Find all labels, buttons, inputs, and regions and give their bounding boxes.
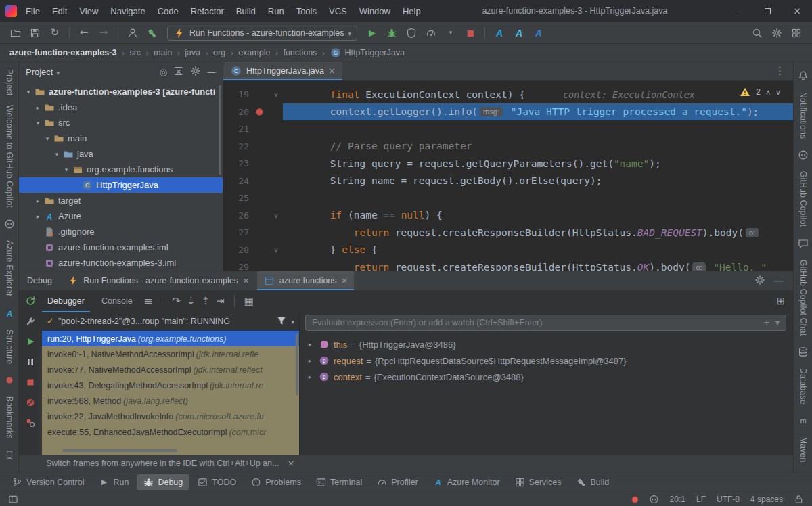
view-breakpoints-icon[interactable]	[25, 417, 36, 430]
code-text[interactable]: // Parse query parameter	[283, 138, 793, 156]
fold-marker-icon[interactable]: ∨	[269, 212, 283, 219]
menu-help[interactable]: Help	[397, 0, 427, 22]
prev-warning-icon[interactable]: ∧	[765, 87, 771, 97]
thread-selector[interactable]: ✓ "pool-2-thread-2"@3...roup "main": RUN…	[42, 312, 299, 331]
settings-gear-icon[interactable]	[768, 25, 786, 41]
tool-stripe-github-copilot-chat[interactable]: GitHub Copilot Chat	[798, 260, 808, 336]
code-text[interactable]: String name = request.getBody().orElse(q…	[283, 172, 793, 190]
tool-stripe-database[interactable]: Database	[798, 368, 808, 405]
tree-arrow-icon[interactable]: ▾	[42, 135, 53, 142]
tool-stripe-notifications[interactable]: Notifications	[798, 92, 808, 139]
run-to-cursor-icon[interactable]: ⇥	[216, 296, 225, 306]
project-title[interactable]: Project	[26, 67, 53, 77]
tree-item-azure-function-examples-iml[interactable]: azure-function-examples.iml	[19, 239, 223, 255]
breadcrumb-item-main[interactable]: main	[154, 48, 172, 58]
copilot-icon[interactable]	[3, 217, 16, 231]
code-text[interactable]: return request.createResponseBuilder(Htt…	[283, 224, 793, 242]
frame-row[interactable]: invoke:43, DelegatingMethodAccessorImpl …	[42, 377, 299, 393]
tree-arrow-icon[interactable]: ▾	[23, 89, 34, 95]
fold-marker-icon[interactable]: ∨	[269, 246, 283, 254]
menu-code[interactable]: Code	[152, 0, 185, 22]
maven-icon[interactable]: m	[796, 414, 810, 428]
frame-row[interactable]: invoke0:-1, NativeMethodAccessorImpl (jd…	[42, 346, 299, 362]
tool-stripe-structure[interactable]: Structure	[5, 329, 14, 364]
project-settings-icon[interactable]	[190, 66, 201, 78]
tree-item-src[interactable]: ▾src	[19, 115, 223, 131]
menu-refactor[interactable]: Refactor	[185, 0, 230, 22]
tool-stripe-project[interactable]: Project	[5, 69, 14, 95]
stop-button[interactable]: ■	[461, 25, 479, 41]
debug-session-tab-azure-functions[interactable]: azure functions ×	[257, 271, 355, 290]
tree-arrow-icon[interactable]: ▾	[61, 166, 72, 173]
save-all-icon[interactable]	[26, 25, 44, 41]
threads-view-icon[interactable]: ▦	[244, 296, 254, 306]
resume-icon[interactable]	[25, 336, 36, 349]
tree-item-java[interactable]: ▾java	[19, 146, 223, 162]
menu-window[interactable]: Window	[353, 0, 397, 22]
frame-row[interactable]: execute:55, EnhancedJavaMethodExecutorIm…	[42, 424, 299, 440]
toolwindow-build[interactable]: Build	[570, 474, 616, 490]
toolwindow-services[interactable]: Services	[508, 474, 568, 490]
menu-build[interactable]: Build	[230, 0, 262, 22]
code-editor[interactable]: 19∨ final ExecutionContext context) {con…	[223, 81, 793, 271]
tree-item-httptriggerjava[interactable]: CHttpTriggerJava	[19, 177, 223, 193]
tree-item-azure-function-examples-3-iml[interactable]: azure-function-examples-3.iml	[19, 255, 223, 271]
caret-position[interactable]: 20:1	[670, 495, 685, 504]
editor-tab[interactable]: C HttpTriggerJava.java ×	[223, 62, 342, 80]
code-text[interactable]: context.getLogger().info(msg: "Java HTTP…	[283, 104, 793, 121]
tree-item-org-example-functions[interactable]: ▾org.example.functions	[19, 162, 223, 177]
build-icon[interactable]	[143, 25, 161, 41]
filter-icon[interactable]	[276, 315, 287, 328]
frame-row[interactable]	[42, 440, 299, 455]
project-scrollbar[interactable]	[219, 85, 221, 175]
toolwindow-terminal[interactable]: Terminal	[309, 474, 369, 490]
tree-arrow-icon[interactable]: ▸	[32, 213, 43, 220]
menu-navigate[interactable]: Navigate	[104, 0, 151, 22]
frame-row[interactable]: invoke:568, Method (java.lang.reflect)	[42, 393, 299, 409]
toolwindow-debug[interactable]: Debug	[137, 474, 189, 490]
tree-item-azure[interactable]: ▸AAzure	[19, 208, 223, 224]
chevron-down-icon[interactable]: ▾	[291, 317, 294, 326]
file-encoding[interactable]: UTF-8	[717, 495, 740, 504]
layout-icon[interactable]	[8, 495, 18, 505]
toolwindow-run[interactable]: ▶Run	[92, 474, 135, 490]
profiler-icon[interactable]	[422, 25, 440, 41]
lock-icon[interactable]	[794, 495, 804, 505]
step-into-icon[interactable]: ⇣	[187, 296, 196, 306]
profiler-chevron-icon[interactable]: ▾	[442, 25, 459, 41]
close-tab-icon[interactable]: ×	[242, 276, 250, 285]
indent-style[interactable]: 4 spaces	[750, 495, 783, 504]
code-text[interactable]: } else {	[283, 242, 793, 259]
variable-row-request[interactable]: ▸prequest={RpcHttpRequestDataSource$Http…	[305, 352, 786, 369]
bookmark-icon[interactable]	[3, 448, 16, 462]
inspections-widget[interactable]: 2 ∧ ∨	[734, 85, 786, 99]
variable-row-this[interactable]: ▸this={HttpTriggerJava@3486}	[305, 336, 786, 352]
menu-edit[interactable]: Edit	[46, 0, 73, 22]
menu-file[interactable]: File	[20, 0, 46, 22]
breadcrumb-item-java[interactable]: java	[185, 48, 200, 58]
breadcrumb-item-functions[interactable]: functions	[283, 48, 317, 58]
maximize-button[interactable]	[752, 0, 782, 22]
red-dot-icon[interactable]	[3, 373, 16, 387]
refresh-icon[interactable]: ↻	[46, 25, 64, 41]
azure-action-1-icon[interactable]: A	[491, 25, 508, 41]
breadcrumb-item-azure-function-examples-3[interactable]: azure-function-examples-3	[9, 48, 116, 58]
tree-item-gitignore[interactable]: .gitignore	[19, 224, 223, 239]
database-icon[interactable]	[796, 345, 810, 359]
breakpoint-icon[interactable]	[256, 108, 263, 116]
code-text[interactable]: return request.createResponseBuilder(Htt…	[283, 258, 793, 271]
toolwindow-profiler[interactable]: Profiler	[370, 474, 425, 490]
tree-item-azure-function-examples-3-azure-fu[interactable]: ▾azure-function-examples-3 [azure-functi	[19, 84, 223, 99]
chevron-down-icon[interactable]: ▾	[775, 318, 780, 327]
debug-settings-icon[interactable]	[754, 275, 765, 288]
tool-stripe-github-copilot[interactable]: GitHub Copilot	[798, 171, 808, 227]
close-tab-icon[interactable]: ×	[328, 66, 336, 76]
breadcrumb-item-src[interactable]: src	[129, 48, 141, 58]
menu-vcs[interactable]: VCS	[323, 0, 353, 22]
open-icon[interactable]	[7, 25, 24, 41]
code-text[interactable]	[283, 120, 793, 138]
tree-item-idea[interactable]: ▸.idea	[19, 99, 223, 115]
expand-arrow-icon[interactable]: ▸	[305, 373, 315, 380]
expand-arrow-icon[interactable]: ▸	[305, 357, 315, 364]
toolwindow-todo[interactable]: TODO	[191, 474, 243, 490]
